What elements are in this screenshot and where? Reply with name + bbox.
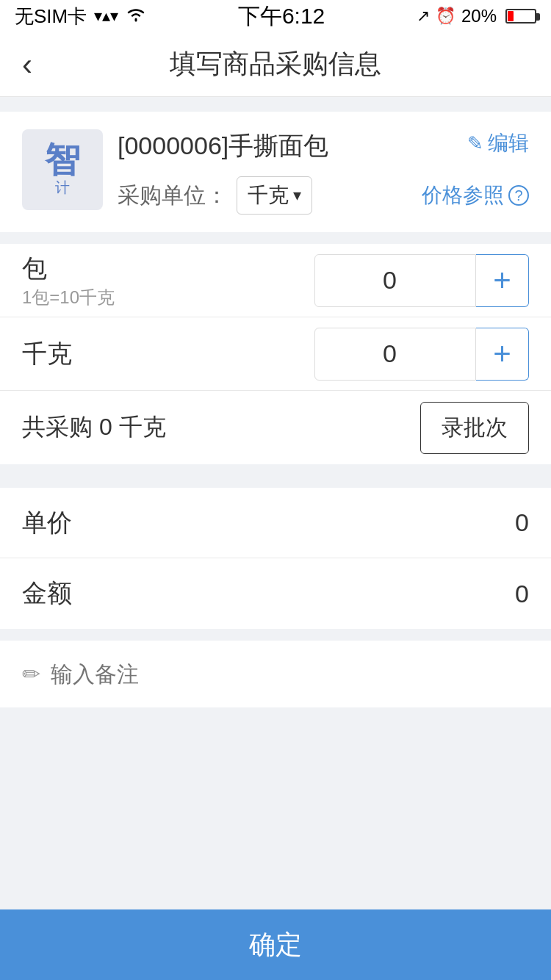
dropdown-arrow: ▾: [293, 186, 301, 205]
bag-row: 包 1包=10千克 +: [0, 244, 551, 317]
amount-label: 金额: [22, 577, 72, 610]
unit-label: 采购单位：: [118, 181, 228, 211]
location-icon: ↗: [417, 7, 430, 26]
unit-value: 千克: [248, 181, 289, 209]
back-button[interactable]: ‹: [22, 47, 32, 82]
product-section: 智 计 [0000006]手撕面包 ✎ 编辑 采购单位： 千克 ▾ 价格参照 ?: [0, 112, 551, 232]
product-info: [0000006]手撕面包 ✎ 编辑 采购单位： 千克 ▾ 价格参照 ?: [118, 129, 529, 215]
carrier-label: 无SIM卡: [15, 4, 87, 29]
edit-button[interactable]: ✎ 编辑: [467, 129, 529, 157]
price-section: 单价 0 金额 0: [0, 488, 551, 629]
unit-price-value: 0: [515, 508, 529, 537]
wifi-icon: ▾▴▾: [94, 7, 118, 26]
section-divider-1: [0, 232, 551, 244]
bag-input[interactable]: [314, 254, 476, 307]
kg-label: 千克: [22, 337, 110, 371]
kg-row: 千克 +: [0, 317, 551, 391]
wifi-signal: [126, 6, 146, 26]
product-unit-row: 采购单位： 千克 ▾ 价格参照 ?: [118, 176, 529, 215]
nav-bar: ‹ 填写商品采购信息: [0, 32, 551, 97]
edit-icon: ✎: [467, 132, 483, 155]
note-input[interactable]: [51, 662, 529, 687]
batch-button[interactable]: 录批次: [420, 402, 529, 454]
unit-dropdown[interactable]: 千克 ▾: [237, 176, 312, 215]
confirm-section[interactable]: 确定: [0, 909, 551, 980]
battery-icon: [505, 9, 536, 24]
info-icon: ?: [508, 185, 529, 206]
amount-row: 金额 0: [0, 558, 551, 629]
summary-text: 共采购 0 千克: [22, 411, 166, 444]
confirm-button-label: 确定: [249, 927, 302, 963]
kg-input-box: +: [314, 328, 529, 381]
status-time: 下午6:12: [238, 1, 325, 32]
bag-label-sub: 1包=10千克: [22, 286, 115, 309]
product-logo-bottom: 计: [45, 178, 80, 198]
price-ref-button[interactable]: 价格参照 ?: [422, 181, 529, 209]
kg-input[interactable]: [314, 328, 476, 381]
edit-label: 编辑: [488, 129, 529, 157]
note-section: ✏: [0, 641, 551, 707]
price-ref-label: 价格参照: [422, 181, 504, 209]
bag-input-box: +: [314, 254, 529, 307]
alarm-icon: ⏰: [436, 7, 455, 26]
kg-plus-button[interactable]: +: [476, 328, 529, 381]
section-divider-2: [0, 464, 551, 476]
unit-price-label: 单价: [22, 506, 72, 540]
bag-label: 包 1包=10千克: [22, 252, 115, 309]
product-logo-top: 智: [45, 143, 80, 178]
input-section: 包 1包=10千克 + 千克 +: [0, 244, 551, 391]
status-left: 无SIM卡 ▾▴▾: [15, 4, 146, 29]
bag-plus-button[interactable]: +: [476, 254, 529, 307]
battery-percent: 20%: [461, 6, 497, 26]
product-thumbnail: 智 计: [22, 129, 103, 210]
kg-label-main: 千克: [22, 337, 110, 371]
amount-value: 0: [515, 580, 529, 608]
product-name: [0000006]手撕面包: [118, 129, 328, 163]
bag-label-main: 包: [22, 252, 115, 286]
page-title: 填写商品采购信息: [170, 46, 381, 82]
status-bar: 无SIM卡 ▾▴▾ 下午6:12 ↗ ⏰ 20%: [0, 0, 551, 32]
product-header: [0000006]手撕面包 ✎ 编辑: [118, 129, 529, 176]
unit-price-row: 单价 0: [0, 488, 551, 558]
bottom-space: [0, 707, 551, 854]
pencil-icon: ✏: [22, 661, 40, 687]
summary-row: 共采购 0 千克 录批次: [0, 391, 551, 464]
status-right: ↗ ⏰ 20%: [417, 6, 536, 26]
